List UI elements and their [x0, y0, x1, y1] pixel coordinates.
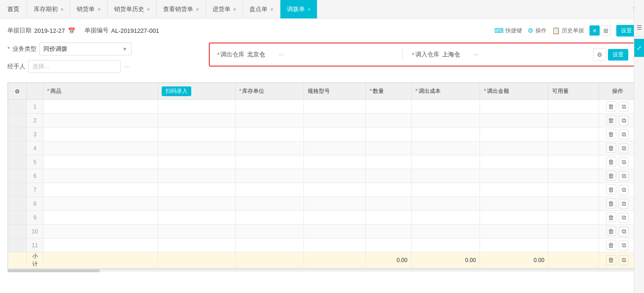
row-product[interactable]	[43, 197, 158, 211]
row-product[interactable]	[43, 225, 158, 238]
row-cost[interactable]	[411, 155, 480, 169]
copy-row-button[interactable]: ⧉	[619, 185, 629, 195]
row-qty[interactable]	[366, 169, 412, 183]
warehouse-settings-button[interactable]: 设置	[608, 49, 628, 61]
delete-row-button[interactable]: 🗑	[606, 171, 616, 181]
row-product[interactable]	[43, 100, 158, 114]
row-product[interactable]	[43, 183, 158, 197]
tab-close-stocktake[interactable]: ×	[270, 6, 273, 12]
row-unit[interactable]	[235, 141, 304, 155]
copy-row-button[interactable]: ⧉	[619, 240, 629, 250]
copy-row-button[interactable]: ⧉	[619, 116, 629, 126]
tab-close-sales-history[interactable]: ×	[147, 6, 150, 12]
row-spec[interactable]	[304, 141, 365, 155]
row-amount[interactable]	[480, 100, 548, 114]
horizontal-scrollbar[interactable]	[7, 269, 637, 272]
col-scan[interactable]: 扫码录入	[158, 83, 236, 100]
row-qty[interactable]	[366, 141, 412, 155]
row-spec[interactable]	[304, 114, 365, 128]
delete-row-button[interactable]: 🗑	[606, 240, 616, 250]
row-cost[interactable]	[411, 141, 480, 155]
row-product[interactable]	[43, 141, 158, 155]
copy-row-button[interactable]: ⧉	[619, 143, 629, 153]
business-type-select[interactable]: 同价调拨 ▼	[39, 43, 132, 55]
row-unit[interactable]	[235, 155, 304, 169]
delete-row-button[interactable]: 🗑	[606, 143, 616, 153]
copy-row-button[interactable]: ⧉	[619, 171, 629, 181]
row-unit[interactable]	[235, 128, 304, 141]
handler-select[interactable]: 选择...	[28, 60, 121, 73]
warehouse-settings-icon[interactable]: ⚙	[593, 48, 606, 61]
row-product[interactable]	[43, 128, 158, 141]
scan-button[interactable]: 扫码录入	[162, 86, 191, 96]
row-cost[interactable]	[411, 183, 480, 197]
tab-close-purchase[interactable]: ×	[233, 6, 236, 12]
row-cost[interactable]	[411, 197, 480, 211]
row-product[interactable]	[43, 169, 158, 183]
row-unit[interactable]	[235, 211, 304, 225]
row-amount[interactable]	[480, 197, 548, 211]
sidebar-doc-button[interactable]: ☰	[634, 18, 644, 37]
row-qty[interactable]	[366, 211, 412, 225]
tab-sales-order[interactable]: 销货单 ×	[70, 0, 107, 18]
tab-purchase[interactable]: 进货单 ×	[206, 0, 243, 18]
delete-row-button[interactable]: 🗑	[606, 115, 616, 125]
row-spec[interactable]	[304, 238, 365, 252]
row-qty[interactable]	[366, 183, 412, 197]
copy-row-button[interactable]: ⧉	[619, 199, 629, 209]
delete-row-button[interactable]: 🗑	[606, 157, 616, 167]
col-settings[interactable]: ⚙	[8, 83, 27, 100]
row-cost[interactable]	[411, 169, 480, 183]
row-qty[interactable]	[366, 225, 412, 238]
row-qty[interactable]	[366, 100, 412, 114]
calendar-icon[interactable]: 📅	[68, 27, 75, 34]
scrollbar-thumb[interactable]	[7, 269, 100, 272]
row-spec[interactable]	[304, 169, 365, 183]
tab-close-sales-order[interactable]: ×	[97, 6, 100, 12]
row-qty[interactable]	[366, 155, 412, 169]
row-unit[interactable]	[235, 238, 304, 252]
row-product[interactable]	[43, 238, 158, 252]
shortcut-action[interactable]: ⌨ 快捷键	[494, 27, 522, 35]
row-product[interactable]	[43, 114, 158, 128]
row-unit[interactable]	[235, 169, 304, 183]
delete-row-button[interactable]: 🗑	[606, 129, 616, 139]
row-spec[interactable]	[304, 211, 365, 225]
tab-close-inventory-init[interactable]: ×	[61, 6, 63, 12]
copy-row-button[interactable]: ⧉	[619, 226, 629, 237]
row-cost[interactable]	[411, 100, 480, 114]
row-amount[interactable]	[480, 225, 548, 238]
warehouse-in-more-button[interactable]: ···	[474, 51, 478, 58]
row-amount[interactable]	[480, 211, 548, 225]
handler-more-button[interactable]: ···	[124, 63, 129, 70]
row-qty[interactable]	[366, 238, 412, 252]
row-unit[interactable]	[235, 225, 304, 238]
row-amount[interactable]	[480, 114, 548, 128]
tab-sales-history[interactable]: 销货单历史 ×	[108, 0, 157, 18]
copy-row-button[interactable]: ⧉	[619, 102, 629, 112]
row-spec[interactable]	[304, 128, 365, 141]
row-qty[interactable]	[366, 114, 412, 128]
row-cost[interactable]	[411, 238, 480, 252]
row-amount[interactable]	[480, 155, 548, 169]
row-cost[interactable]	[411, 114, 480, 128]
tab-transfer[interactable]: 调拨单 ×	[280, 0, 317, 18]
row-qty[interactable]	[366, 128, 412, 141]
delete-row-button[interactable]: 🗑	[606, 226, 616, 236]
row-product[interactable]	[43, 211, 158, 225]
copy-row-button[interactable]: ⧉	[619, 157, 629, 167]
warehouse-out-more-button[interactable]: ···	[279, 51, 283, 58]
row-spec[interactable]	[304, 225, 365, 238]
tab-view-sales[interactable]: 查看销货单 ×	[157, 0, 206, 18]
copy-row-button[interactable]: ⧉	[619, 129, 629, 140]
layout-list-icon[interactable]: ≡	[589, 25, 600, 36]
row-unit[interactable]	[235, 197, 304, 211]
row-amount[interactable]	[480, 128, 548, 141]
row-qty[interactable]	[366, 197, 412, 211]
row-cost[interactable]	[411, 225, 480, 238]
tab-close-transfer[interactable]: ×	[308, 6, 310, 12]
ops-action[interactable]: ⚙ 操作	[528, 27, 547, 35]
tab-inventory-init[interactable]: 库存期初 ×	[27, 0, 70, 18]
row-spec[interactable]	[304, 100, 365, 114]
copy-row-button[interactable]: ⧉	[619, 213, 629, 223]
